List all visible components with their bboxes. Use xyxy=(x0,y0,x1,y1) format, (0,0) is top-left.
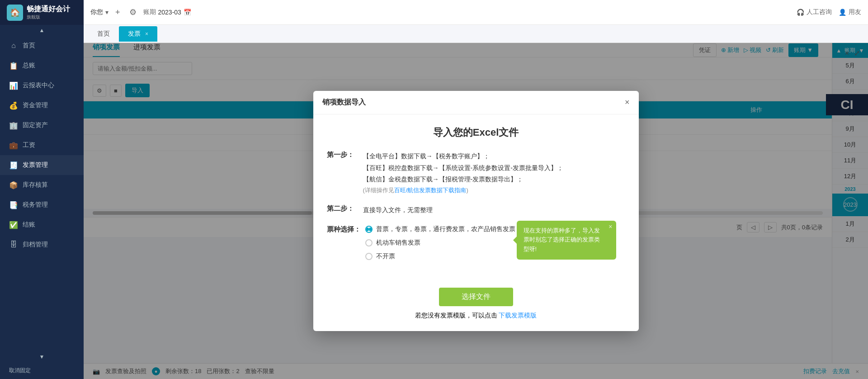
tab-home[interactable]: 首页 xyxy=(88,26,119,42)
import-modal: 销项数据导入 × 导入您的Excel文件 第一步： 【全电平台】数据下载→【税务… xyxy=(313,91,639,331)
user-icon: 👤 xyxy=(839,9,846,16)
sidebar-item-label: 税务管理 xyxy=(23,201,48,209)
tax-icon: 📑 xyxy=(9,200,18,209)
sidebar-item-salary[interactable]: 💼 工资 xyxy=(0,135,84,155)
sidebar-item-fixed-assets[interactable]: 🏢 固定资产 xyxy=(0,115,84,135)
inventory-icon: 📦 xyxy=(9,180,18,190)
sidebar-item-label: 归档管理 xyxy=(23,241,48,249)
topbar: 你您 ▾ + ⚙ 账期 2023-03 📅 🎧 人工咨询 👤 用友 xyxy=(84,0,868,25)
logo-badge: 旗舰版 xyxy=(27,14,70,20)
sidebar-item-label: 固定资产 xyxy=(23,121,48,129)
step2-label: 第二步： xyxy=(327,204,359,213)
calendar-icon[interactable]: 📅 xyxy=(184,9,191,16)
ledger-icon: 📋 xyxy=(9,61,18,70)
radio-normal[interactable]: 普票，专票，卷票，通行费发票，农产品销售发票 xyxy=(365,225,515,233)
tooltip-close-btn[interactable]: × xyxy=(609,223,612,230)
step2-content: 直接导入文件，无需整理 xyxy=(363,204,433,216)
step1-note: (详细操作见百旺/航信发票数据下载指南) xyxy=(363,185,563,195)
radio-motor-label: 机动车销售发票 xyxy=(376,239,420,247)
content-area: 销项发票 进项发票 凭证 ⊕ 新增 ▷ 视频 xyxy=(84,43,868,379)
modal-step1: 第一步： 【全电平台】数据下载→【税务数字账户】； 【百旺】税控盘数据下载→【系… xyxy=(327,151,625,195)
company-arrow-icon: ▾ xyxy=(105,9,108,16)
sidebar-scroll-up[interactable]: ▲ xyxy=(0,25,84,36)
consult-label: 人工咨询 xyxy=(807,8,832,16)
consult-button[interactable]: 🎧 人工咨询 xyxy=(797,8,832,16)
sidebar-nav: ⌂ 首页 📋 总账 📊 云报表中心 💰 资金管理 🏢 固定资产 💼 工资 xyxy=(0,36,84,351)
step1-content: 【全电平台】数据下载→【税务数字账户】； 【百旺】税控盘数据下载→【系统设置-系… xyxy=(363,151,563,195)
period-value: 2023-03 xyxy=(158,9,181,16)
modal-header: 销项数据导入 × xyxy=(313,91,639,114)
salary-icon: 💼 xyxy=(9,141,18,150)
select-file-button[interactable]: 选择文件 xyxy=(439,288,513,306)
sidebar-logo: 🏠 畅捷通好会计 旗舰版 xyxy=(0,0,84,25)
company-name: 你您 xyxy=(90,8,103,16)
sidebar-item-fund[interactable]: 💰 资金管理 xyxy=(0,95,84,115)
sidebar-item-label: 工资 xyxy=(23,141,35,149)
tooltip-text: 现在支持的票种多了，导入发票时别忘了选择正确的发票类型呀! xyxy=(524,227,600,253)
sidebar-item-archive[interactable]: 🗄 归档管理 xyxy=(0,235,84,255)
sidebar-item-label: 总账 xyxy=(23,62,35,70)
fixed-assets-icon: 🏢 xyxy=(9,121,18,130)
tab-home-label: 首页 xyxy=(97,30,110,37)
sidebar-cancel-pin[interactable]: 取消固定 xyxy=(0,362,84,379)
step1-label: 第一步： xyxy=(327,151,359,159)
tab-invoice-label: 发票 xyxy=(128,30,141,37)
radio-no-invoice[interactable]: 不开票 xyxy=(365,252,515,261)
home-icon: ⌂ xyxy=(9,41,18,50)
topbar-right: 🎧 人工咨询 👤 用友 xyxy=(797,8,861,16)
headset-icon: 🎧 xyxy=(797,9,804,16)
tooltip-box: 现在支持的票种多了，导入发票时别忘了选择正确的发票类型呀! × xyxy=(517,221,616,260)
radio-normal-circle xyxy=(365,226,373,233)
modal-title: 销项数据导入 xyxy=(322,98,366,107)
logo-name: 畅捷通好会计 xyxy=(27,5,70,13)
user-label: 用友 xyxy=(849,8,861,16)
step1-link[interactable]: 百旺/航信发票数据下载指南 xyxy=(394,187,467,194)
add-button[interactable]: + xyxy=(113,5,123,19)
period-label: 账期 xyxy=(143,8,156,16)
fund-icon: 💰 xyxy=(9,101,18,110)
sidebar-item-invoice[interactable]: 🧾 发票管理 xyxy=(0,155,84,175)
period-selector[interactable]: 账期 2023-03 📅 xyxy=(143,8,191,16)
sidebar-item-ledger[interactable]: 📋 总账 xyxy=(0,56,84,76)
modal-main-title: 导入您的Excel文件 xyxy=(327,126,625,139)
tab-invoice[interactable]: 发票 × xyxy=(119,26,157,42)
radio-no-invoice-label: 不开票 xyxy=(376,252,395,261)
radio-no-invoice-circle xyxy=(365,253,373,260)
archive-icon: 🗄 xyxy=(9,240,18,249)
invoice-icon: 🧾 xyxy=(9,161,18,170)
tabbar: 首页 发票 × xyxy=(84,25,868,43)
radio-motor-circle xyxy=(365,239,373,246)
sidebar-item-home[interactable]: ⌂ 首页 xyxy=(0,36,84,56)
user-button[interactable]: 👤 用友 xyxy=(839,8,861,16)
modal-footer-note: 若您没有发票模版，可以点击 下载发票模版 xyxy=(415,312,537,320)
tab-invoice-close[interactable]: × xyxy=(145,31,148,37)
sidebar-item-tax[interactable]: 📑 税务管理 xyxy=(0,195,84,215)
company-selector[interactable]: 你您 ▾ xyxy=(90,8,108,16)
modal-overlay: 销项数据导入 × 导入您的Excel文件 第一步： 【全电平台】数据下载→【税务… xyxy=(84,43,868,379)
settle-icon: ✅ xyxy=(9,220,18,229)
modal-close-btn[interactable]: × xyxy=(625,98,630,107)
step1-line2: 【百旺】税控盘数据下载→【系统设置-系统参数设置-发票批量导入】； xyxy=(363,162,563,174)
step1-line1: 【全电平台】数据下载→【税务数字账户】； xyxy=(363,151,563,162)
step1-line3: 【航信】金税盘数据下载→【报税管理-发票数据导出】； xyxy=(363,174,563,185)
sidebar-item-label: 首页 xyxy=(23,42,35,50)
sidebar-scroll-down[interactable]: ▼ xyxy=(0,351,84,362)
sidebar-item-cloud-report[interactable]: 📊 云报表中心 xyxy=(0,76,84,95)
radio-group: 普票，专票，卷票，通行费发票，农产品销售发票 机动车销售发票 xyxy=(365,225,515,261)
sidebar-item-label: 发票管理 xyxy=(23,161,48,169)
settings-icon[interactable]: ⚙ xyxy=(127,5,139,19)
cloud-report-icon: 📊 xyxy=(9,81,18,90)
sidebar-item-label: 库存核算 xyxy=(23,181,48,189)
sidebar-item-inventory[interactable]: 📦 库存核算 xyxy=(0,175,84,195)
radio-normal-label: 普票，专票，卷票，通行费发票，农产品销售发票 xyxy=(376,225,515,233)
main-area: 你您 ▾ + ⚙ 账期 2023-03 📅 🎧 人工咨询 👤 用友 xyxy=(84,0,868,379)
sidebar-item-settle[interactable]: ✅ 结账 xyxy=(0,215,84,235)
sidebar-item-label: 云报表中心 xyxy=(23,81,54,90)
modal-body: 导入您的Excel文件 第一步： 【全电平台】数据下载→【税务数字账户】； 【百… xyxy=(313,114,639,280)
sidebar: 🏠 畅捷通好会计 旗舰版 ▲ ⌂ 首页 📋 总账 📊 云报表中心 💰 资金管理 xyxy=(0,0,84,379)
download-template-link[interactable]: 下载发票模版 xyxy=(499,312,537,319)
sidebar-item-label: 资金管理 xyxy=(23,101,48,109)
modal-step2: 第二步： 直接导入文件，无需整理 xyxy=(327,204,625,216)
radio-motor[interactable]: 机动车销售发票 xyxy=(365,239,515,247)
sidebar-item-label: 结账 xyxy=(23,221,35,229)
